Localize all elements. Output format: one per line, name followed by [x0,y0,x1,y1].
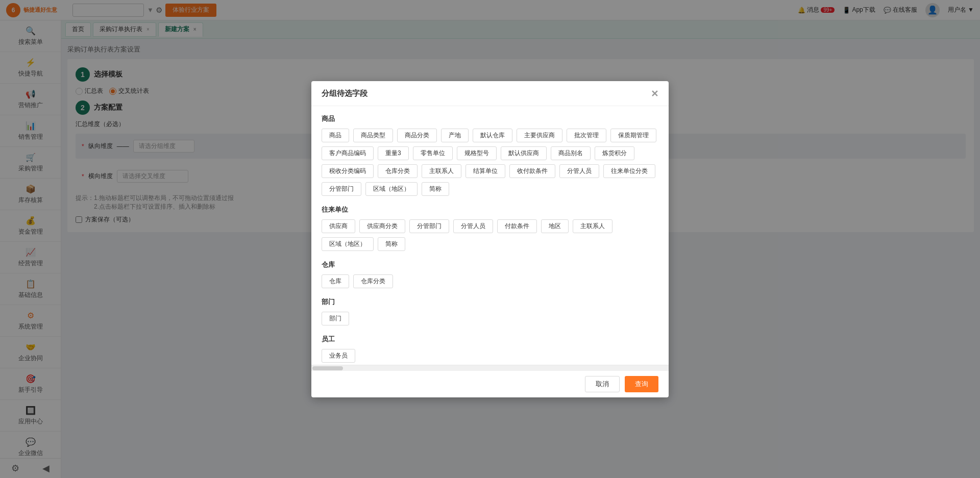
field-tag-0-23[interactable]: 区域（地区） [365,182,418,196]
field-tag-3-0[interactable]: 部门 [322,312,349,325]
field-tags-0: 商品商品类型商品分类产地默认仓库主要供应商批次管理保质期管理客户商品编码重量3零… [322,129,658,196]
field-tag-0-24[interactable]: 简称 [422,182,449,196]
field-tag-1-5[interactable]: 地区 [541,219,569,233]
modal-dialog: 分组待选字段 ✕ 商品商品商品类型商品分类产地默认仓库主要供应商批次管理保质期管… [311,81,669,397]
field-tag-0-16[interactable]: 仓库分类 [378,164,418,178]
field-tag-1-4[interactable]: 付款条件 [497,219,537,233]
field-tag-0-11[interactable]: 规格型号 [457,146,497,160]
field-tag-0-10[interactable]: 零售单位 [413,146,453,160]
field-section-部门: 部门部门 [322,297,658,325]
field-tags-1: 供应商供应商分类分管部门分管人员付款条件地区主联系人区域（地区）简称 [322,219,658,251]
field-section-title-1: 往来单位 [322,205,658,214]
field-tag-0-3[interactable]: 产地 [441,129,469,142]
field-tag-0-1[interactable]: 商品类型 [353,129,393,142]
field-tag-0-15[interactable]: 税收分类编码 [322,164,374,178]
field-tag-0-6[interactable]: 批次管理 [567,129,606,142]
modal-body[interactable]: 商品商品商品类型商品分类产地默认仓库主要供应商批次管理保质期管理客户商品编码重量… [311,106,669,365]
field-section-title-0: 商品 [322,114,658,123]
field-tag-0-13[interactable]: 商品别名 [551,146,591,160]
field-tags-3: 部门 [322,312,658,325]
field-tag-0-14[interactable]: 炼货积分 [595,146,634,160]
field-tag-0-21[interactable]: 往来单位分类 [603,164,655,178]
field-section-title-4: 员工 [322,335,658,344]
field-tag-1-8[interactable]: 简称 [378,237,405,251]
field-tags-4: 业务员 [322,349,658,363]
field-section-title-3: 部门 [322,297,658,307]
field-tag-0-7[interactable]: 保质期管理 [610,129,656,142]
field-tag-0-5[interactable]: 主要供应商 [517,129,562,142]
modal-close-btn[interactable]: ✕ [651,88,658,99]
field-tag-0-0[interactable]: 商品 [322,129,349,142]
field-tag-0-17[interactable]: 主联系人 [422,164,461,178]
field-tag-0-19[interactable]: 收付款条件 [509,164,555,178]
field-tag-1-6[interactable]: 主联系人 [573,219,612,233]
field-tag-0-9[interactable]: 重量3 [378,146,409,160]
modal-scrollbar-x[interactable] [311,365,669,370]
modal-header: 分组待选字段 ✕ [311,81,669,106]
field-tag-2-0[interactable]: 仓库 [322,274,349,288]
field-tag-2-1[interactable]: 仓库分类 [353,274,393,288]
field-tags-2: 仓库仓库分类 [322,274,658,288]
field-section-title-2: 仓库 [322,260,658,269]
field-tag-1-3[interactable]: 分管人员 [453,219,493,233]
field-tag-0-2[interactable]: 商品分类 [397,129,437,142]
field-tag-1-0[interactable]: 供应商 [322,219,355,233]
field-tag-0-18[interactable]: 结算单位 [465,164,505,178]
field-tag-1-1[interactable]: 供应商分类 [359,219,405,233]
field-tag-4-0[interactable]: 业务员 [322,349,355,363]
field-tag-0-22[interactable]: 分管部门 [322,182,361,196]
field-tag-0-12[interactable]: 默认供应商 [501,146,547,160]
modal-footer: 取消 查询 [311,370,669,397]
field-section-往来单位: 往来单位供应商供应商分类分管部门分管人员付款条件地区主联系人区域（地区）简称 [322,205,658,251]
modal-scroll-thumb [312,366,343,370]
modal-confirm-btn[interactable]: 查询 [625,376,658,392]
field-tag-1-2[interactable]: 分管部门 [409,219,449,233]
modal-title: 分组待选字段 [322,89,368,98]
field-tag-1-7[interactable]: 区域（地区） [322,237,374,251]
field-section-员工: 员工业务员 [322,335,658,363]
field-tag-0-8[interactable]: 客户商品编码 [322,146,374,160]
field-tag-0-4[interactable]: 默认仓库 [473,129,512,142]
field-tag-0-20[interactable]: 分管人员 [559,164,599,178]
field-section-仓库: 仓库仓库仓库分类 [322,260,658,288]
field-section-商品: 商品商品商品类型商品分类产地默认仓库主要供应商批次管理保质期管理客户商品编码重量… [322,114,658,196]
modal-overlay: 分组待选字段 ✕ 商品商品商品类型商品分类产地默认仓库主要供应商批次管理保质期管… [0,0,980,478]
modal-cancel-btn[interactable]: 取消 [585,376,620,392]
